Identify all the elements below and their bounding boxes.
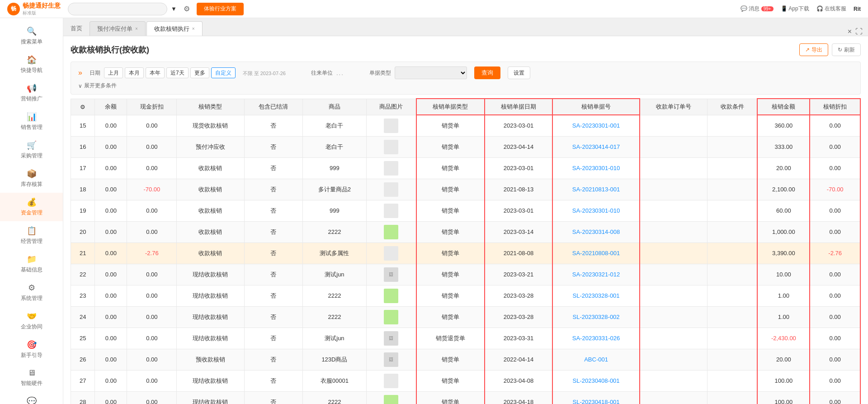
- doc-no-link[interactable]: SA-20230321-012: [572, 271, 620, 278]
- search-dropdown[interactable]: ▼: [171, 5, 177, 12]
- cell-verify-discount: 0.00: [810, 285, 860, 306]
- tab1-close-icon[interactable]: ×: [135, 26, 138, 31]
- cell-seq: 16: [71, 136, 95, 157]
- doc-no-link[interactable]: SL-20230328-001: [572, 292, 619, 299]
- cell-verify-type: 收款核销: [177, 179, 244, 200]
- sidebar-item-wechat[interactable]: 💬 企业微信: [0, 392, 63, 404]
- chevron-down-icon: ∨: [78, 83, 82, 89]
- doc-no-link[interactable]: SL-20230418-001: [572, 399, 619, 404]
- sidebar-item-finance[interactable]: 💰 资金管理: [0, 193, 63, 221]
- sidebar-item-sales[interactable]: 📊 销售管理: [0, 107, 63, 136]
- export-button[interactable]: ↗ 导出: [799, 43, 828, 56]
- cell-receipt-order: [640, 221, 708, 242]
- cell-verify-doc-no: SL-20230418-001: [552, 391, 639, 404]
- cell-balance: 0.00: [95, 157, 127, 179]
- sidebar-item-quicknav[interactable]: 🏠 快捷导航: [0, 50, 63, 79]
- filter-doctype-item: 单据类型: [369, 67, 467, 79]
- user-name[interactable]: Rit: [854, 6, 861, 12]
- filter-cur-month-btn[interactable]: 本月: [125, 67, 144, 78]
- message-item[interactable]: 💬 消息 99+: [741, 5, 774, 13]
- sidebar-item-marketing[interactable]: 📢 营销推广: [0, 79, 63, 107]
- app-download-link[interactable]: 📱 App下载: [781, 5, 809, 13]
- cell-balance: 0.00: [95, 370, 127, 391]
- sidebar-item-hardware[interactable]: 🖥 智能硬件: [0, 364, 63, 392]
- cell-goods: 2222: [303, 285, 367, 306]
- cell-verify-doc-type: 销货单: [416, 200, 485, 221]
- doc-no-link[interactable]: SA-20230301-010: [572, 165, 620, 171]
- industry-solution-button[interactable]: 体验行业方案: [197, 3, 244, 15]
- filter-prev-month-btn[interactable]: 上月: [104, 67, 123, 78]
- th-goods-img: 商品图片: [366, 99, 416, 115]
- filter-year-btn[interactable]: 本年: [146, 67, 165, 78]
- page-title-actions: ↗ 导出 ↻ 刷新: [799, 43, 861, 56]
- doc-no-link[interactable]: SL-20230328-002: [572, 314, 619, 320]
- tab2-close-icon[interactable]: ×: [192, 26, 195, 31]
- doc-no-link[interactable]: SA-20230314-008: [572, 228, 620, 235]
- gear-icon[interactable]: ⚙: [180, 3, 193, 15]
- cell-cash-discount: 0.00: [127, 264, 177, 285]
- tab-expand-icon[interactable]: ⛶: [855, 28, 863, 36]
- finance-icon: 💰: [27, 197, 37, 207]
- th-verify-doc-date: 核销单据日期: [485, 99, 553, 115]
- cell-include-settled: 否: [244, 242, 303, 264]
- filter-more-btn[interactable]: 更多: [190, 67, 209, 78]
- doc-no-link[interactable]: ABC-001: [584, 356, 608, 363]
- search-icon: 🔍: [27, 26, 37, 36]
- cell-goods-img: [366, 157, 416, 179]
- doc-no-link[interactable]: SA-20230301-001: [572, 122, 620, 129]
- doc-no-link[interactable]: SA-20210813-001: [572, 186, 620, 193]
- query-button[interactable]: 查询: [474, 67, 500, 79]
- sidebar-item-search[interactable]: 🔍 搜索菜单: [0, 22, 63, 50]
- goods-image: [384, 374, 398, 388]
- tab-prepay[interactable]: 预付冲应付单 ×: [90, 21, 146, 36]
- sidebar-item-inventory[interactable]: 📦 库存核算: [0, 164, 63, 193]
- filter-expand-more[interactable]: ∨ 展开更多条件: [78, 82, 853, 90]
- cell-receipt-order: [640, 200, 708, 221]
- table-body: 150.000.00现货收款核销否老白干销货单2023-03-01SA-2023…: [71, 115, 861, 404]
- cell-verify-type: 收款核销: [177, 157, 244, 179]
- message-badge: 99+: [761, 6, 774, 11]
- cell-verify-type: 现结收款核销: [177, 370, 244, 391]
- cell-verify-doc-type: 销货单: [416, 115, 485, 136]
- tab-verify[interactable]: 收款核销执行 ×: [146, 21, 203, 36]
- cell-verify-amount: -2,430.00: [757, 328, 810, 349]
- doc-no-link[interactable]: SA-20230301-010: [572, 207, 620, 214]
- online-service-link[interactable]: 🎧 在线客服: [816, 5, 846, 13]
- refresh-button[interactable]: ↻ 刷新: [832, 43, 861, 56]
- doc-no-link[interactable]: SL-20230408-001: [572, 377, 619, 384]
- basic-icon: 📁: [27, 254, 37, 264]
- filter-expand-arrow[interactable]: »: [78, 69, 82, 77]
- filter-custom-btn[interactable]: 自定义: [211, 67, 236, 78]
- filter-doctype-select[interactable]: [395, 67, 467, 79]
- cell-balance: 0.00: [95, 306, 127, 328]
- sidebar-item-guide[interactable]: 🎯 新手引导: [0, 335, 63, 364]
- sidebar-item-label: 基础信息: [21, 266, 42, 274]
- sidebar-item-purchase[interactable]: 🛒 采购管理: [0, 136, 63, 164]
- cell-verify-discount: 0.00: [810, 328, 860, 349]
- search-input[interactable]: [68, 3, 167, 15]
- doc-no-link[interactable]: SA-20230414-017: [572, 143, 620, 150]
- th-settings[interactable]: ⚙: [71, 99, 95, 115]
- cell-verify-amount: 1.00: [757, 306, 810, 328]
- sidebar-item-basic[interactable]: 📁 基础信息: [0, 250, 63, 278]
- cell-seq: 20: [71, 221, 95, 242]
- cell-seq: 17: [71, 157, 95, 179]
- doc-no-link[interactable]: SA-20210808-001: [572, 250, 620, 257]
- tab-home[interactable]: 首页: [63, 21, 90, 36]
- cell-verify-doc-date: 2023-03-14: [485, 221, 553, 242]
- table-row: 200.000.00收款核销否2222销货单2023-03-14SA-20230…: [71, 221, 861, 242]
- cell-verify-amount: 3,390.00: [757, 242, 810, 264]
- goods-image: [384, 246, 398, 261]
- sidebar-item-collab[interactable]: 🤝 企业协同: [0, 307, 63, 335]
- cell-balance: 0.00: [95, 285, 127, 306]
- doc-no-link[interactable]: SA-20230331-026: [572, 335, 620, 342]
- main-content: 首页 预付冲应付单 × 收款核销执行 × × ⛶ 收款核销执行(按收款) ↗: [63, 18, 868, 404]
- cell-seq: 26: [71, 349, 95, 370]
- sidebar-item-system[interactable]: ⚙ 系统管理: [0, 278, 63, 307]
- sidebar-item-operations[interactable]: 📋 经营管理: [0, 221, 63, 250]
- cell-cash-discount: 0.00: [127, 370, 177, 391]
- tab-close-all-icon[interactable]: ×: [848, 28, 852, 36]
- setting-button[interactable]: 设置: [508, 67, 530, 79]
- filter-week-btn[interactable]: 近7天: [166, 67, 189, 78]
- cell-verify-doc-no: SA-20230331-026: [552, 328, 639, 349]
